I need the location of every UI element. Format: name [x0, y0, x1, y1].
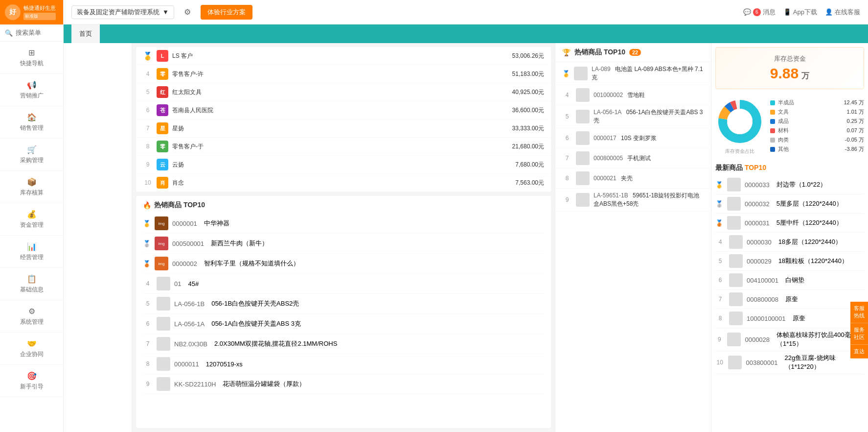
avatar: 肖 [157, 177, 168, 189]
sidebar-item-sales[interactable]: 🏠 销售管理 [0, 106, 63, 139]
product-code: LA-056-1A [174, 320, 205, 328]
sidebar-item-quick-nav[interactable]: ⊞ 快捷导航 [0, 42, 63, 74]
sale-amount: 7,680.00元 [515, 161, 544, 169]
legend-item-stationery: 文具 1.01 万 [770, 108, 864, 116]
sidebar-item-enterprise[interactable]: 🤝 企业协同 [0, 333, 63, 365]
product-code: LA-056-1A [594, 109, 621, 116]
app-download-label: App下载 [793, 8, 817, 17]
sidebar-item-operations[interactable]: 📊 经营管理 [0, 236, 63, 268]
product-thumbnail [157, 317, 170, 331]
page-tabs: 首页 [64, 24, 868, 43]
sidebar-item-system[interactable]: ⚙ 系统管理 [0, 300, 63, 333]
chevron-down-icon: ▼ [162, 8, 169, 16]
rank-number: 10 [143, 179, 153, 186]
rank-number: 4 [143, 280, 153, 287]
system-label: 系统管理 [20, 318, 44, 326]
list-item: 4 0000030 18多层（1220*2440） [715, 233, 864, 252]
product-info: 0000017 10S 变刺罗浆 [594, 134, 704, 143]
sales-icon: 🏠 [27, 112, 37, 122]
product-code: LA-056-1B [174, 300, 205, 308]
system-selector[interactable]: 装备及固定资产辅助管理系统 ▼ [71, 5, 174, 19]
product-thumbnail [727, 216, 741, 230]
left-panel [64, 43, 132, 432]
basics-label: 基础信息 [20, 286, 44, 294]
product-thumbnail [727, 333, 741, 346]
sidebar-item-inventory[interactable]: 📦 库存核算 [0, 171, 63, 203]
product-code: 0000017 [594, 135, 617, 142]
trial-button[interactable]: 体验行业方案 [201, 5, 252, 20]
list-item: 🥈 img 000500001 新西兰牛肉（新牛） [143, 234, 544, 254]
svg-point-5 [727, 109, 753, 134]
system-icon: ⚙ [27, 306, 37, 316]
list-item: 5 0000029 18颗粒板（1220*2440） [715, 252, 864, 271]
product-thumbnail [576, 88, 590, 102]
product-name: 中华神器 [204, 219, 229, 228]
avatar: 零 [157, 141, 168, 152]
table-row: 🥇 L LS 客户 53,006.26元 [136, 47, 551, 65]
settings-button[interactable]: ⚙ [180, 5, 195, 20]
rank-number: 9 [715, 336, 723, 343]
rank-number: 8 [715, 315, 725, 322]
list-item: 🥈 0000032 5厘多层（1220*2440） [715, 194, 864, 214]
table-row: 10 肖 肖念 7,563.00元 [136, 174, 551, 192]
product-name: 10S 变刺罗浆 [621, 135, 657, 142]
sidebar-item-basics[interactable]: 📋 基础信息 [0, 268, 63, 300]
online-service-button[interactable]: 👤 在线客服 [825, 8, 860, 17]
legend-name: 其他 [778, 145, 842, 153]
product-name: 45# [188, 280, 199, 288]
hot-products-panel: 🔥 热销商品 TOP10 🥇 img 0000001 中华神器 🥈 img 00… [136, 196, 551, 428]
logo-icon: 好 [5, 4, 21, 20]
guide-label: 新手引导 [20, 383, 44, 391]
rank-medal: 🥈 [143, 240, 151, 247]
sidebar-item-finance[interactable]: 💰 资金管理 [0, 203, 63, 236]
product-code: 0000031 [745, 219, 770, 227]
product-code: 0000029 [747, 258, 772, 265]
search-menu[interactable]: 🔍 搜索菜单 [0, 24, 63, 42]
rank-number: 6 [143, 320, 153, 327]
quick-nav-icon: ⊞ [27, 48, 37, 57]
rank-number: 9 [562, 196, 572, 203]
list-item: 8 10000100001 原奎 [715, 309, 864, 328]
sidebar: 好 畅捷通好生意 标准版 🔍 搜索菜单 ⊞ 快捷导航 📢 营销推广 🏠 销售管理… [0, 0, 64, 432]
sale-amount: 36,600.00元 [512, 106, 544, 115]
legend-dot [770, 100, 775, 105]
right-panel: 库存总资金 9.88 万 [711, 43, 868, 432]
sales-ranking-panel: 🥇 L LS 客户 53,006.26元 4 零 零售客户-许 51,183.0… [136, 47, 551, 192]
inventory-legend: 半成品 12.45 万 文具 1.01 万 成品 0.25 万 [770, 99, 864, 153]
service-community-button[interactable]: 服务社区 [850, 323, 868, 345]
table-row: 7 星 星扬 33,333.00元 [136, 120, 551, 138]
inventory-num: 9.88 [770, 65, 799, 81]
table-row: 9 云 云扬 7,680.00元 [136, 156, 551, 174]
newest-products-title: 最新商品 TOP10 [715, 159, 864, 175]
app-download-button[interactable]: 📱 App下载 [783, 8, 817, 17]
product-thumbnail [729, 292, 743, 306]
product-thumbnail [576, 171, 590, 185]
service-icon: 👤 [825, 8, 833, 16]
messages-button[interactable]: 💬 6 消息 [743, 8, 776, 17]
product-name: 原奎 [793, 314, 805, 323]
sidebar-item-purchase[interactable]: 🛒 采购管理 [0, 139, 63, 171]
product-name: 18多层（1220*2440） [778, 238, 842, 246]
sidebar-item-guide[interactable]: 🎯 新手引导 [0, 365, 63, 397]
service-hotline-button[interactable]: 客服热线 [850, 302, 868, 323]
legend-value: 0.25 万 [847, 118, 864, 125]
product-info: 000800005 手机测试 [594, 154, 704, 163]
avatar: L [157, 50, 168, 62]
messages-label: 消息 [763, 8, 776, 17]
sidebar-item-marketing[interactable]: 📢 营销推广 [0, 74, 63, 106]
product-code: 000500001 [172, 240, 204, 247]
direct-button[interactable]: 直达 [850, 345, 868, 359]
rank-number: 5 [143, 89, 153, 96]
hot-products-title: 热销商品 TOP10 [154, 201, 205, 210]
legend-name: 半成品 [778, 99, 841, 106]
product-name: 2.0X30MM双摆花轴,摆花直径2.1MM/ROHS [214, 339, 337, 348]
avatar: 星 [157, 122, 168, 134]
sidebar-logo: 好 畅捷通好生意 标准版 [0, 0, 63, 24]
product-thumbnail [729, 235, 743, 249]
fire-icon: 🔥 [143, 201, 151, 209]
messages-badge: 6 [753, 8, 761, 16]
tab-home[interactable]: 首页 [71, 24, 100, 43]
legend-name: 成品 [778, 118, 844, 125]
phone-icon: 📱 [783, 8, 791, 16]
message-icon: 💬 [743, 8, 751, 16]
